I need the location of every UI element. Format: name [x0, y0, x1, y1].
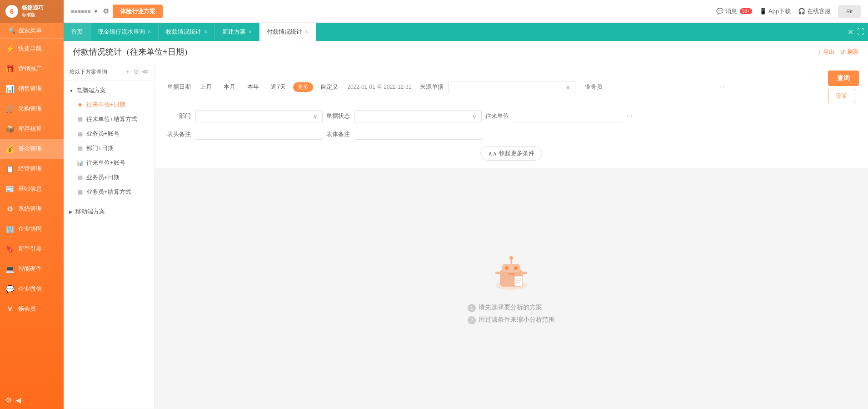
sidebar-item-quick-nav[interactable]: ⚡ 快捷导航	[0, 39, 64, 59]
dept-select[interactable]: ∨	[195, 110, 323, 122]
trial-scheme-button[interactable]: 体验行业方案	[113, 5, 163, 18]
sidebar-search[interactable]: 🔍 搜索菜单	[0, 23, 64, 39]
scheme-sidebar: 按以下方案查询 ＋ ⊙ ≪ ▼ 电脑端方案 ● 往来单位+日期	[64, 63, 155, 409]
source-voucher-select[interactable]: ∨	[448, 81, 575, 93]
filter-row-1: 单据日期 上月 本月 本年 近7天 更多 自定义 2022-01-01 至 20…	[164, 71, 859, 103]
sidebar-item-sales[interactable]: 📊 销售管理	[0, 79, 64, 99]
topbar-dropdown-icon[interactable]: ▾	[95, 8, 97, 15]
settings-footer-icon[interactable]: ⚙	[5, 396, 12, 404]
export-button[interactable]: ↑ 导出	[818, 48, 835, 56]
scheme-icon-unit-settle: ▦	[76, 116, 84, 123]
mobile-group-header[interactable]: ▶ 移动端方案	[64, 205, 154, 218]
tab-payment-stat[interactable]: 付款情况统计 ×	[259, 23, 316, 41]
sidebar-logo: 6 畅捷通巧 标准版	[0, 0, 64, 23]
mobile-scheme-group: ▶ 移动端方案	[64, 202, 154, 221]
app-download-icon: 📱	[759, 8, 767, 15]
tab-bank-flow-close[interactable]: ×	[148, 29, 151, 35]
dept-label: 部门	[164, 112, 195, 120]
sidebar-item-purchase[interactable]: 🛒 采购管理	[0, 99, 64, 119]
topbar-right: 💬 消息 99+ 📱 App下载 🎧 在线客服 Rit	[716, 5, 861, 18]
empty-state: 1 请先选择要分析的方案 2 用过滤条件来缩小分析范围	[468, 249, 555, 328]
sidebar-item-vip[interactable]: V 畅会员	[0, 299, 64, 319]
page-header: 付款情况统计（往来单位+日期） ↑ 导出 ↺ 刷新	[64, 41, 868, 63]
corp-wechat-icon: 💬	[5, 284, 15, 293]
tab-bank-flow[interactable]: 现金银行流水查询 ×	[90, 23, 159, 41]
collapse-scheme-icon[interactable]: ≪	[142, 68, 149, 76]
sidebar-item-corp-coop[interactable]: 🏢 企业协同	[0, 219, 64, 239]
sidebar-item-finance[interactable]: 💰 资金管理	[0, 139, 64, 159]
svg-rect-6	[495, 272, 501, 274]
sidebar-item-guide[interactable]: 🔖 新手引导	[0, 239, 64, 259]
sales-icon: 📊	[5, 84, 15, 93]
date-option-this-year[interactable]: 本年	[243, 81, 264, 92]
sidebar-item-inventory[interactable]: 📦 库存核算	[0, 119, 64, 139]
topbar-online-service[interactable]: 🎧 在线客服	[798, 7, 831, 15]
sidebar-item-basic-info[interactable]: 📰 基础信息	[0, 179, 64, 199]
scheme-item-unit-date[interactable]: ● 往来单位+日期	[64, 97, 154, 112]
svg-point-4	[514, 266, 518, 270]
topbar-settings-icon[interactable]: ⚙	[103, 7, 109, 15]
app-edition: 标准版	[22, 12, 44, 18]
sidebar-item-system[interactable]: ⚙ 系统管理	[0, 199, 64, 219]
date-option-more[interactable]: 更多	[293, 82, 313, 92]
empty-icon	[484, 249, 539, 294]
date-option-custom[interactable]: 自定义	[316, 81, 343, 92]
query-button[interactable]: 查询	[828, 71, 859, 86]
scheme-sidebar-header: 按以下方案查询 ＋ ⊙ ≪	[64, 63, 154, 81]
date-option-last-month[interactable]: 上月	[195, 81, 216, 92]
scheme-item-staff-date[interactable]: ▦ 业务员+日期	[64, 170, 154, 185]
topbar-app-download[interactable]: 📱 App下载	[759, 7, 791, 15]
date-range-display: 2022-01-01 至 2022-12-31	[347, 83, 411, 91]
tab-new-scheme[interactable]: 新建方案 ×	[215, 23, 259, 41]
settings-button[interactable]: 设置	[828, 89, 855, 103]
refresh-button[interactable]: ↺ 刷新	[840, 48, 859, 56]
scheme-item-staff-account[interactable]: ▦ 业务员+账号	[64, 126, 154, 141]
filter-row-2: 部门 ∨ 单据状态 ∨ 往来单位 ···	[164, 110, 859, 122]
salesman-input-area[interactable]	[607, 81, 716, 93]
filter-date-content: 上月 本月 本年 近7天 更多 自定义 2022-01-01 至 2022-12…	[195, 81, 416, 92]
body-note-input[interactable]	[354, 129, 482, 140]
tab-payment-stat-close[interactable]: ×	[305, 29, 308, 35]
salesman-dots-icon[interactable]: ···	[720, 83, 726, 91]
date-option-this-month[interactable]: 本月	[219, 81, 240, 92]
tab-home[interactable]: 首页	[64, 23, 90, 41]
sidebar-item-marketing[interactable]: 🎁 营销推广	[0, 59, 64, 79]
partner-input-area[interactable]	[514, 110, 623, 122]
add-scheme-icon[interactable]: ＋	[125, 68, 131, 76]
collapse-sidebar-icon[interactable]: ◀	[15, 396, 21, 404]
refresh-icon: ↺	[840, 49, 845, 56]
sidebar-item-corp-wechat[interactable]: 💬 企业微信	[0, 279, 64, 299]
tab-close-all-icon[interactable]: ✕	[848, 28, 853, 36]
scheme-active-icon: ●	[76, 101, 84, 108]
tab-receipts-stat[interactable]: 收款情况统计 ×	[159, 23, 215, 41]
finance-icon: 💰	[5, 144, 15, 153]
tab-expand-icon[interactable]: ⛶	[857, 28, 864, 36]
voucher-status-arrow-icon: ∨	[472, 113, 477, 120]
settings-scheme-icon[interactable]: ⊙	[134, 68, 139, 76]
scheme-item-unit-settle[interactable]: ▦ 往来单位+结算方式	[64, 112, 154, 126]
user-avatar[interactable]: Rit	[838, 5, 861, 18]
sidebar-item-smart-hw[interactable]: 💻 智能硬件	[0, 259, 64, 279]
collapse-filters-button[interactable]: ∧∧ 收起更多条件	[480, 146, 542, 161]
header-note-input[interactable]	[195, 129, 323, 140]
scheme-item-dept-date[interactable]: ▦ 部门+日期	[64, 141, 154, 156]
partner-label: 往来单位	[482, 112, 514, 120]
tab-receipts-stat-close[interactable]: ×	[204, 29, 207, 35]
scheme-icon-staff-settle: ▦	[76, 188, 84, 196]
sidebar-item-operation[interactable]: 📋 经营管理	[0, 159, 64, 179]
partner-dots-icon[interactable]: ···	[626, 112, 632, 120]
scheme-item-staff-settle[interactable]: ▦ 业务员+结算方式	[64, 185, 154, 199]
tab-new-scheme-close[interactable]: ×	[249, 29, 252, 35]
scheme-item-unit-account[interactable]: 📊 往来单位+账号	[64, 156, 154, 170]
pc-group-header[interactable]: ▼ 电脑端方案	[64, 84, 154, 97]
system-icon: ⚙	[5, 204, 15, 213]
topbar-message[interactable]: 💬 消息 99+	[716, 7, 752, 15]
sidebar: 6 畅捷通巧 标准版 🔍 搜索菜单 ⚡ 快捷导航 🎁 营销推广 📊 销售管理 🛒…	[0, 0, 64, 409]
voucher-status-select[interactable]: ∨	[354, 110, 482, 122]
quick-nav-icon: ⚡	[5, 44, 15, 53]
page-content: 付款情况统计（往来单位+日期） ↑ 导出 ↺ 刷新 按以下方案查询 ＋	[64, 41, 868, 409]
svg-rect-5	[508, 273, 514, 275]
empty-tip-2: 2 用过滤条件来缩小分析范围	[468, 316, 555, 324]
date-option-7days[interactable]: 近7天	[266, 81, 290, 92]
topbar: ■■■■■■ ▾ ⚙ 体验行业方案 💬 消息 99+ 📱 App下载 🎧 在线客…	[64, 0, 868, 23]
